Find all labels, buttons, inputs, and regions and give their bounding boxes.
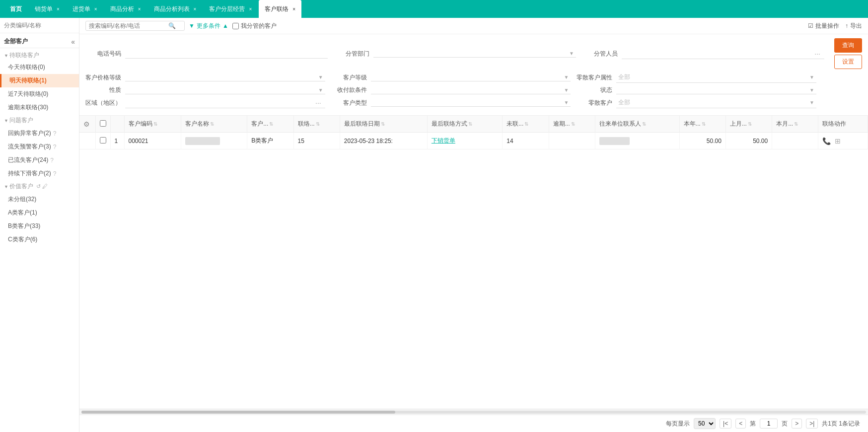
th-this-month[interactable]: 本月...⇅: [772, 116, 818, 133]
main-search-input[interactable]: [89, 22, 168, 29]
sidebar-collapse-icon[interactable]: «: [71, 38, 75, 46]
retail-customer-select[interactable]: 全部 ▼: [616, 97, 816, 108]
nav-customer-segmentation[interactable]: 客户分层经营 ×: [203, 0, 258, 18]
nav-sales-order[interactable]: 销货单 ×: [29, 0, 66, 18]
status-chevron-icon: ▼: [809, 87, 814, 93]
sidebar-item-class-b[interactable]: B类客户(33): [0, 219, 79, 233]
th-customer-type[interactable]: 客户...⇅: [247, 116, 293, 133]
row-checkbox[interactable]: [100, 137, 106, 144]
th-contact-count[interactable]: 联络...⇅: [293, 116, 340, 133]
nature-label: 性质: [85, 86, 125, 94]
filter-row-3: 性质 ▼ 收付款条件 ▼ 状态: [85, 86, 862, 94]
sidebar-item-tomorrow-pending[interactable]: 明天待联络(1): [0, 74, 79, 87]
nav-purchase-order[interactable]: 进货单 ×: [67, 0, 103, 18]
sidebar-item-churn-warning[interactable]: 流失预警客户(3) ?: [0, 140, 79, 153]
th-customer-name[interactable]: 客户名称⇅: [181, 116, 247, 133]
export-btn[interactable]: ↑ 导出: [845, 22, 862, 30]
sidebar: 🔍 全部客户 « 待联络客户 今天待联络(0) 明天待联络(1) 近7天待联络(…: [0, 18, 79, 432]
value-level-chevron-icon: ▼: [318, 74, 323, 80]
next-page-btn[interactable]: >: [792, 419, 802, 429]
td-last-contact-method[interactable]: 下销货单: [427, 133, 502, 149]
scrollbar-thumb[interactable]: [81, 411, 395, 414]
td-checkbox: [95, 133, 110, 149]
sort-this-year-icon: ⇅: [702, 121, 706, 127]
filter-row-1: 电话号码 分管部门 ▼ 分管人员 ···: [85, 38, 862, 69]
th-contact-action: 联络动作: [818, 116, 868, 133]
close-purchase-order-icon[interactable]: ×: [94, 6, 97, 12]
horizontal-scrollbar[interactable]: [79, 409, 868, 415]
set-button[interactable]: 设置: [834, 55, 862, 69]
region-dots-icon[interactable]: ···: [313, 99, 323, 107]
th-this-year[interactable]: 本年...⇅: [679, 116, 725, 133]
retail-customer-field: 零散客户 全部 ▼: [577, 97, 816, 108]
scrollbar-track[interactable]: [81, 411, 866, 414]
my-customers-checkbox[interactable]: [232, 23, 239, 29]
sidebar-item-ungrouped[interactable]: 未分组(32): [0, 193, 79, 206]
nature-select[interactable]: ▼: [125, 86, 325, 94]
td-last-month: 50.00: [725, 133, 772, 149]
sidebar-item-class-a[interactable]: A类客户(1): [0, 206, 79, 219]
th-last-month[interactable]: 上月...⇅: [725, 116, 772, 133]
prev-page-btn[interactable]: <: [735, 419, 746, 429]
per-page-select[interactable]: 50: [694, 418, 716, 429]
person-select[interactable]: ···: [622, 49, 824, 59]
payment-select[interactable]: ▼: [371, 86, 571, 94]
last-page-btn[interactable]: >|: [806, 419, 818, 429]
sidebar-item-churned[interactable]: 已流失客户(24) ?: [0, 153, 79, 167]
status-select[interactable]: ▼: [616, 86, 816, 94]
sidebar-item-overdue[interactable]: 逾期未联络(30): [0, 101, 79, 114]
close-sales-order-icon[interactable]: ×: [57, 6, 60, 12]
more-conditions-btn[interactable]: ▼ 更多条件 ▲: [189, 22, 228, 30]
close-customer-segmentation-icon[interactable]: ×: [249, 6, 252, 12]
select-all-checkbox[interactable]: [100, 120, 106, 127]
dept-field: 分管部门 ▼: [334, 50, 576, 58]
th-overdue[interactable]: 逾期...⇅: [549, 116, 595, 133]
th-unit-contact[interactable]: 往来单位联系人⇅: [595, 116, 679, 133]
last-contact-method-link[interactable]: 下销货单: [432, 137, 455, 144]
close-customer-contact-icon[interactable]: ×: [292, 6, 295, 12]
grid-action-icon[interactable]: ⊞: [835, 137, 841, 145]
gear-icon[interactable]: ⚙: [83, 120, 90, 128]
person-dots-icon[interactable]: ···: [812, 50, 822, 58]
sidebar-item-declining[interactable]: 持续下滑客户(2) ?: [0, 167, 79, 180]
first-page-btn[interactable]: |<: [720, 419, 731, 429]
th-gear[interactable]: ⚙: [79, 116, 95, 133]
retail-attr-select[interactable]: 全部 ▼: [616, 72, 816, 83]
sort-contact-count-icon: ⇅: [316, 121, 320, 127]
sidebar-item-7days-pending[interactable]: 近7天待联络(0): [0, 87, 79, 101]
region-select[interactable]: ···: [125, 98, 325, 108]
close-product-analysis-icon[interactable]: ×: [138, 6, 141, 12]
nav-customer-contact[interactable]: 客户联络 ×: [259, 0, 301, 18]
nav-product-analysis-list[interactable]: 商品分析列表 ×: [148, 0, 203, 18]
nav-product-analysis[interactable]: 商品分析 ×: [104, 0, 147, 18]
my-customers-checkbox-wrap: 我分管的客户: [232, 22, 277, 30]
customer-level-select[interactable]: ▼: [371, 73, 571, 81]
nav-home[interactable]: 首页: [4, 0, 28, 18]
sidebar-search-input[interactable]: [4, 22, 78, 29]
dept-select[interactable]: ▼: [373, 50, 576, 58]
sort-this-month-icon: ⇅: [794, 121, 798, 127]
phone-action-icon[interactable]: 📞: [822, 137, 831, 145]
sidebar-item-class-c[interactable]: C类客户(6): [0, 233, 79, 246]
th-last-contact-method[interactable]: 最后联络方式⇅: [427, 116, 502, 133]
sort-last-month-icon: ⇅: [748, 121, 752, 127]
sidebar-item-repurchase-anomaly[interactable]: 回购异常客户(2) ?: [0, 127, 79, 140]
query-button[interactable]: 查询: [834, 38, 862, 53]
retail-attr-label: 零散客户属性: [577, 73, 616, 82]
page-input[interactable]: [760, 419, 778, 429]
main-search-icon[interactable]: 🔍: [168, 22, 176, 29]
th-customer-code[interactable]: 客户编码⇅: [124, 116, 181, 133]
sort-overdue-icon: ⇅: [571, 121, 575, 127]
td-this-year: 50.00: [679, 133, 725, 149]
close-product-analysis-list-icon[interactable]: ×: [194, 6, 197, 12]
main-layout: 🔍 全部客户 « 待联络客户 今天待联络(0) 明天待联络(1) 近7天待联络(…: [0, 18, 868, 432]
th-no-contact[interactable]: 未联...⇅: [503, 116, 549, 133]
total-label: 共1页 1条记录: [822, 420, 860, 428]
batch-ops-btn[interactable]: ☑ 批量操作: [808, 22, 839, 30]
value-level-select[interactable]: ▼: [125, 73, 325, 81]
phone-input[interactable]: [125, 49, 328, 59]
th-last-contact-date[interactable]: 最后联络日期⇅: [340, 116, 427, 133]
customer-type-select[interactable]: ▼: [371, 99, 571, 107]
filter-icon: ▼: [189, 22, 195, 29]
sidebar-item-today-pending[interactable]: 今天待联络(0): [0, 61, 79, 74]
